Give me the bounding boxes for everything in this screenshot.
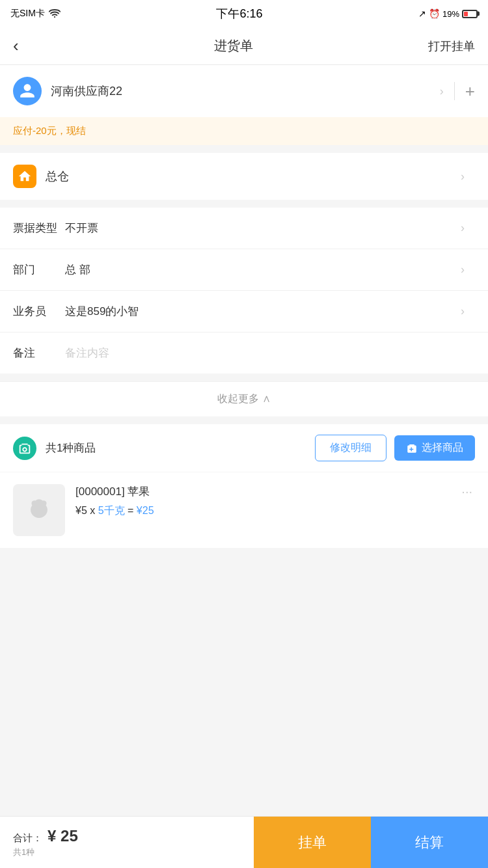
sales-row[interactable]: 业务员 这是859的小智 › <box>0 291 488 332</box>
hang-button[interactable]: 挂单 <box>254 817 371 869</box>
nav-bar: ‹ 进货单 打开挂单 <box>0 27 488 65</box>
open-pending-button[interactable]: 打开挂单 <box>428 38 475 54</box>
supplier-avatar <box>13 77 42 105</box>
sales-label: 业务员 <box>13 304 65 319</box>
footer-total-main: 合计： ¥ 25 <box>13 827 241 845</box>
products-count: 共1种商品 <box>46 441 315 455</box>
checkout-button[interactable]: 结算 <box>371 817 488 869</box>
warehouse-chevron-icon: › <box>461 170 465 183</box>
invoice-type-row[interactable]: 票据类型 不开票 › <box>0 208 488 249</box>
invoice-chevron-icon: › <box>461 221 465 235</box>
invoice-label: 票据类型 <box>13 221 65 236</box>
product-item: [0000001] 苹果 ¥5 x 5千克 = ¥25 ··· <box>0 472 488 548</box>
total-amount: ¥ 25 <box>47 827 78 845</box>
main-content: 河南供应商22 › + 应付-20元，现结 总仓 › 票据类型 不开票 › 部门… <box>0 65 488 608</box>
remark-row[interactable]: 备注 备注内容 <box>0 332 488 373</box>
edit-detail-button[interactable]: 修改明细 <box>315 435 386 461</box>
dept-chevron-icon: › <box>461 263 465 277</box>
collapse-button[interactable]: 收起更多 ∧ <box>0 381 488 416</box>
wifi-icon <box>49 8 61 20</box>
remark-input[interactable]: 备注内容 <box>65 346 475 360</box>
status-time: 下午6:16 <box>216 6 262 21</box>
dept-row[interactable]: 部门 总 部 › <box>0 249 488 291</box>
form-section: 票据类型 不开票 › 部门 总 部 › 业务员 这是859的小智 › 备注 备注… <box>0 208 488 373</box>
footer-total: 合计： ¥ 25 共1种 <box>0 827 254 858</box>
supplier-section: 河南供应商22 › + 应付-20元，现结 <box>0 65 488 145</box>
battery-icon <box>462 10 478 18</box>
product-info: [0000001] 苹果 ¥5 x 5千克 = ¥25 <box>75 484 459 518</box>
dept-value: 总 部 <box>65 262 461 277</box>
select-product-button[interactable]: 选择商品 <box>394 435 475 461</box>
select-product-label: 选择商品 <box>422 441 463 455</box>
svg-point-0 <box>54 16 55 17</box>
warehouse-row[interactable]: 总仓 › <box>0 153 488 200</box>
carrier-label: 无SIM卡 <box>10 8 45 20</box>
vertical-divider <box>454 82 455 100</box>
supplier-row[interactable]: 河南供应商22 › + <box>0 65 488 117</box>
products-header: 共1种商品 修改明细 选择商品 <box>0 424 488 472</box>
alarm-icon: ⏰ <box>429 8 440 19</box>
add-supplier-button[interactable]: + <box>465 81 475 102</box>
dept-label: 部门 <box>13 262 65 277</box>
status-bar: 无SIM卡 下午6:16 ↗ ⏰ 19% <box>0 0 488 27</box>
remark-label: 备注 <box>13 346 65 360</box>
location-icon: ↗ <box>418 8 426 19</box>
status-left: 无SIM卡 <box>10 8 61 20</box>
sales-chevron-icon: › <box>461 305 465 318</box>
product-price: ¥5 x 5千克 = ¥25 <box>75 504 459 518</box>
footer-sub: 共1种 <box>13 847 241 858</box>
product-thumbnail <box>13 484 65 536</box>
status-right: ↗ ⏰ 19% <box>418 8 478 19</box>
warehouse-section: 总仓 › <box>0 153 488 200</box>
supplier-name: 河南供应商22 <box>51 83 440 99</box>
total-label: 合计： <box>13 832 42 845</box>
sales-value: 这是859的小智 <box>65 304 461 319</box>
products-icon <box>13 437 36 460</box>
warehouse-name: 总仓 <box>46 169 461 184</box>
page-title: 进货单 <box>214 37 253 55</box>
back-button[interactable]: ‹ <box>13 36 39 56</box>
warehouse-icon <box>13 165 36 188</box>
battery-percent: 19% <box>442 9 459 19</box>
product-more-button[interactable]: ··· <box>459 484 475 499</box>
footer: 合计： ¥ 25 共1种 挂单 结算 <box>0 816 488 868</box>
product-name: [0000001] 苹果 <box>75 484 459 499</box>
supplier-chevron-icon: › <box>440 85 444 98</box>
supplier-notice: 应付-20元，现结 <box>0 117 488 145</box>
invoice-value: 不开票 <box>65 221 461 236</box>
